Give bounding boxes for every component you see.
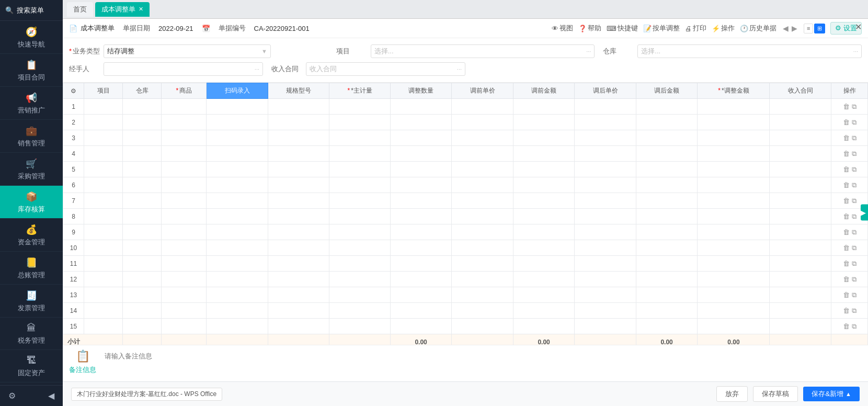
save-new-button[interactable]: 保存&新增 ▲	[803, 387, 860, 401]
cell-before-amount[interactable]	[513, 193, 575, 209]
cell-before-price[interactable]	[452, 99, 513, 115]
notes-icon-area[interactable]: 📋 备注信息	[69, 349, 96, 375]
row-delete-icon[interactable]: 🗑	[843, 118, 850, 127]
cell-adj-qty[interactable]	[390, 240, 452, 256]
row-copy-icon[interactable]: ⧉	[852, 118, 856, 127]
cell-before-amount[interactable]	[513, 240, 575, 256]
cell-warehouse[interactable]	[123, 319, 162, 334]
cell-before-price[interactable]	[452, 303, 513, 319]
cell-after-amount[interactable]	[636, 256, 698, 272]
help-btn[interactable]: ❓ 帮助	[578, 24, 601, 33]
cell-after-price[interactable]	[575, 240, 636, 256]
cell-project[interactable]	[84, 272, 123, 287]
cell-adj-qty[interactable]	[390, 224, 452, 240]
row-copy-icon[interactable]: ⧉	[852, 103, 856, 111]
row-delete-icon[interactable]: 🗑	[843, 150, 850, 158]
cell-unit[interactable]	[329, 287, 390, 303]
cell-scan[interactable]	[207, 319, 268, 334]
cell-income-contract[interactable]	[770, 256, 831, 272]
shortcut-btn[interactable]: ⌨ 快捷键	[607, 24, 638, 33]
row-delete-icon[interactable]: 🗑	[843, 228, 850, 236]
row-copy-icon[interactable]: ⧉	[852, 150, 856, 158]
cell-warehouse[interactable]	[123, 99, 162, 115]
cell-unit[interactable]	[329, 130, 390, 146]
cell-spec[interactable]	[268, 319, 329, 334]
review-btn[interactable]: 📝 按单调整	[643, 24, 680, 33]
cell-income-contract[interactable]	[770, 162, 831, 177]
cell-before-price[interactable]	[452, 193, 513, 209]
row-copy-icon[interactable]: ⧉	[852, 307, 856, 315]
close-window-btn[interactable]: ✕	[849, 19, 868, 35]
cell-after-amount[interactable]	[636, 146, 698, 162]
cell-unit[interactable]	[329, 240, 390, 256]
cell-adj-amount[interactable]	[698, 256, 770, 272]
cell-product[interactable]	[162, 303, 207, 319]
cell-product[interactable]	[162, 272, 207, 287]
cell-adj-amount[interactable]	[698, 224, 770, 240]
cell-before-amount[interactable]	[513, 272, 575, 287]
print-btn[interactable]: 🖨 打印	[685, 24, 706, 33]
cell-spec[interactable]	[268, 99, 329, 115]
cell-before-price[interactable]	[452, 130, 513, 146]
row-copy-icon[interactable]: ⧉	[852, 212, 856, 221]
cell-adj-qty[interactable]	[390, 303, 452, 319]
cell-before-amount[interactable]	[513, 287, 575, 303]
cell-adj-qty[interactable]	[390, 209, 452, 224]
cell-adj-qty[interactable]	[390, 272, 452, 287]
cell-before-amount[interactable]	[513, 256, 575, 272]
tab-cost-adjust[interactable]: 成本调整单 ✕	[95, 2, 150, 17]
cell-after-amount[interactable]	[636, 99, 698, 115]
row-copy-icon[interactable]: ⧉	[852, 244, 856, 252]
cell-adj-amount[interactable]	[698, 146, 770, 162]
cell-scan[interactable]	[207, 256, 268, 272]
sidebar-item-invoice[interactable]: 🧾发票管理	[0, 285, 63, 318]
cell-unit[interactable]	[329, 99, 390, 115]
taskbar-item[interactable]: 木门行业好业财处理方案-墓红红.doc - WPS Office	[71, 388, 222, 401]
row-copy-icon[interactable]: ⧉	[852, 165, 856, 174]
cell-after-amount[interactable]	[636, 319, 698, 334]
cell-before-amount[interactable]	[513, 162, 575, 177]
cell-income-contract[interactable]	[770, 287, 831, 303]
cell-scan[interactable]	[207, 240, 268, 256]
cell-project[interactable]	[84, 303, 123, 319]
cell-scan[interactable]	[207, 99, 268, 115]
cell-project[interactable]	[84, 209, 123, 224]
cell-after-price[interactable]	[575, 162, 636, 177]
cell-project[interactable]	[84, 256, 123, 272]
cell-adj-qty[interactable]	[390, 193, 452, 209]
cell-spec[interactable]	[268, 177, 329, 193]
project-field[interactable]: 选择... ···	[371, 44, 595, 58]
cell-adj-qty[interactable]	[390, 99, 452, 115]
cell-spec[interactable]	[268, 193, 329, 209]
discard-button[interactable]: 放弃	[716, 386, 748, 402]
cell-product[interactable]	[162, 177, 207, 193]
cell-product[interactable]	[162, 224, 207, 240]
nav-prev-btn[interactable]: ◀	[782, 24, 790, 32]
cell-scan[interactable]	[207, 193, 268, 209]
cell-before-amount[interactable]	[513, 115, 575, 130]
cell-adj-amount[interactable]	[698, 115, 770, 130]
cell-after-amount[interactable]	[636, 272, 698, 287]
cell-warehouse[interactable]	[123, 115, 162, 130]
sidebar-item-fixed-assets[interactable]: 🏗固定资产	[0, 350, 63, 382]
cell-before-amount[interactable]	[513, 99, 575, 115]
cell-adj-qty[interactable]	[390, 115, 452, 130]
cell-unit[interactable]	[329, 115, 390, 130]
cell-after-price[interactable]	[575, 146, 636, 162]
income-contract-field[interactable]: 收入合同 ···	[306, 62, 465, 76]
cell-spec[interactable]	[268, 146, 329, 162]
row-copy-icon[interactable]: ⧉	[852, 291, 856, 299]
notes-input[interactable]	[102, 349, 862, 376]
sidebar-item-project-contract[interactable]: 📋项目合同	[0, 54, 63, 87]
right-panel-toggle[interactable]: ▶	[861, 205, 868, 221]
cell-income-contract[interactable]	[770, 99, 831, 115]
cell-adj-amount[interactable]	[698, 130, 770, 146]
cell-spec[interactable]	[268, 130, 329, 146]
tab-home[interactable]: 首页	[67, 2, 93, 17]
search-menu-button[interactable]: 🔍 搜索菜单	[5, 6, 44, 15]
cell-before-amount[interactable]	[513, 177, 575, 193]
cell-scan[interactable]	[207, 272, 268, 287]
cell-unit[interactable]	[329, 193, 390, 209]
cell-spec[interactable]	[268, 115, 329, 130]
cell-project[interactable]	[84, 224, 123, 240]
